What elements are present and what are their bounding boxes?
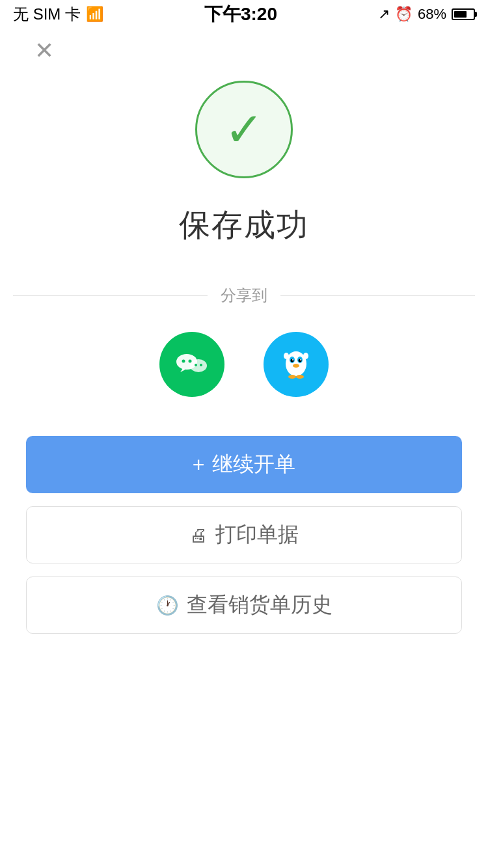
svg-point-10	[299, 359, 302, 362]
continue-order-label: 继续开单	[212, 450, 295, 479]
main-content: ✓ 保存成功 分享到	[0, 29, 488, 634]
print-label: 打印单据	[215, 521, 299, 549]
status-left: 无 SIM 卡 📶	[13, 4, 103, 25]
battery-icon	[452, 8, 475, 20]
history-icon: 🕐	[156, 595, 179, 616]
svg-point-12	[300, 359, 301, 360]
wechat-share-button[interactable]	[159, 332, 224, 397]
svg-point-9	[291, 359, 294, 362]
svg-point-11	[292, 359, 293, 360]
plus-icon: +	[193, 453, 205, 477]
share-icons	[13, 332, 475, 397]
history-button[interactable]: 🕐 查看销货单历史	[26, 576, 462, 634]
time-display: 下午3:20	[204, 2, 277, 27]
svg-point-4	[195, 364, 197, 366]
print-button[interactable]: 🖨 打印单据	[26, 506, 462, 563]
printer-icon: 🖨	[189, 524, 208, 546]
close-button[interactable]: ✕	[29, 35, 60, 66]
svg-point-2	[182, 360, 185, 363]
status-right: ↗ ⏰ 68%	[378, 6, 475, 23]
success-circle: ✓	[195, 81, 293, 178]
alarm-icon: ⏰	[395, 6, 413, 23]
qq-svg-icon	[277, 346, 315, 383]
divider-line-left	[13, 295, 208, 296]
wechat-svg-icon	[172, 345, 211, 384]
continue-order-button[interactable]: + 继续开单	[26, 436, 462, 493]
svg-point-13	[293, 364, 299, 368]
history-label: 查看销货单历史	[187, 591, 332, 619]
location-icon: ↗	[378, 6, 390, 23]
svg-point-16	[284, 353, 289, 359]
divider-line-right	[280, 295, 475, 296]
close-icon: ✕	[34, 39, 54, 62]
wifi-icon: 📶	[86, 6, 103, 23]
actions-section: + 继续开单 🖨 打印单据 🕐 查看销货单历史	[0, 423, 488, 634]
success-title: 保存成功	[179, 204, 309, 246]
svg-point-15	[296, 375, 304, 379]
svg-point-1	[190, 359, 207, 372]
svg-point-14	[288, 375, 296, 379]
checkmark-icon: ✓	[224, 106, 264, 153]
share-divider: 分享到	[13, 285, 475, 306]
svg-point-17	[303, 353, 308, 359]
battery-text: 68%	[418, 6, 446, 23]
svg-point-3	[189, 360, 192, 363]
status-bar: 无 SIM 卡 📶 下午3:20 ↗ ⏰ 68%	[0, 0, 488, 29]
qq-share-button[interactable]	[264, 332, 329, 397]
share-label: 分享到	[221, 285, 267, 306]
carrier-text: 无 SIM 卡	[13, 4, 81, 25]
battery-fill	[454, 11, 467, 18]
svg-point-5	[200, 364, 202, 366]
share-section: 分享到	[0, 285, 488, 397]
